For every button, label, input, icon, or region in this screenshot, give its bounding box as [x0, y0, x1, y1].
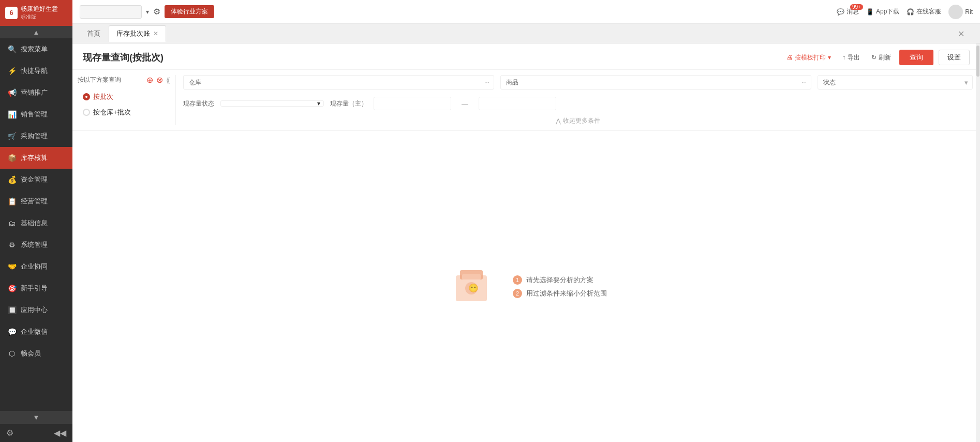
print-button[interactable]: 🖨 按模板打印 ▾	[783, 51, 834, 64]
sidebar-item-operations[interactable]: 📋 经营管理	[0, 190, 72, 212]
filter-option-batch-label: 按批次	[93, 92, 113, 101]
topbar-search-input[interactable]	[80, 5, 142, 19]
filter-area: 按以下方案查询 ⊕ ⊗ ⟪ 按批次 按仓库+批次	[72, 70, 980, 131]
filter-option-batch[interactable]: 按批次	[78, 89, 170, 105]
user-name: Rit	[965, 8, 973, 16]
goods-input[interactable]	[524, 76, 797, 89]
query-button[interactable]: 查询	[899, 50, 933, 65]
quick-nav-icon: ⚡	[7, 66, 17, 76]
wechat-icon: 💬	[7, 327, 17, 336]
refresh-label: 刷新	[879, 53, 891, 62]
sidebar-item-marketing[interactable]: 📢 营销推广	[0, 82, 72, 104]
svg-text:😶: 😶	[468, 283, 479, 293]
inventory-status-label: 现存量状态	[183, 99, 214, 108]
sidebar-item-enterprise[interactable]: 🤝 企业协同	[0, 256, 72, 277]
sidebar-nav: 🔍 搜索菜单 ⚡ 快捷导航 📢 营销推广 📊 销售管理 🛒 采购管理 📦 库存核…	[0, 38, 72, 411]
print-label: 按模板打印	[795, 53, 826, 62]
sidebar-item-finance[interactable]: 💰 资金管理	[0, 169, 72, 190]
collapse-more-conditions[interactable]: ⋀ 收起更多条件	[183, 112, 973, 125]
right-scrollbar[interactable]	[976, 43, 980, 442]
sidebar-item-label: 库存核算	[21, 153, 48, 163]
settings-gear-icon[interactable]: ⚙	[6, 428, 13, 438]
sidebar-bottom: ⚙ ◀◀	[0, 423, 72, 442]
settings-filter-icon[interactable]: ⊗	[156, 75, 163, 85]
inventory-status-select[interactable]: ▾	[220, 100, 324, 107]
sidebar: 6 畅康通好生意 标准版 ▲ 🔍 搜索菜单 ⚡ 快捷导航 📢 营销推广 📊 销售…	[0, 0, 72, 442]
sidebar-item-label: 企业协同	[21, 262, 48, 271]
export-button[interactable]: ↑ 导出	[839, 51, 863, 64]
filter-sidebar-icons: ⊕ ⊗ ⟪	[146, 75, 170, 85]
sidebar-item-member[interactable]: ⬡ 畅会员	[0, 343, 72, 364]
tab-close-icon[interactable]: ✕	[153, 30, 158, 37]
sidebar-item-search[interactable]: 🔍 搜索菜单	[0, 38, 72, 60]
filter-sidebar-header: 按以下方案查询 ⊕ ⊗ ⟪	[78, 75, 170, 85]
status-input[interactable]	[841, 76, 960, 89]
status-dropdown-icon[interactable]: ▾	[960, 79, 972, 86]
marketing-icon: 📢	[7, 88, 17, 97]
sidebar-item-system[interactable]: ⚙ 系统管理	[0, 234, 72, 256]
topbar-right: 💬 消息 99+ 📱 App下载 🎧 在线客服 Rit	[837, 5, 973, 19]
sidebar-item-label: 应用中心	[21, 305, 48, 315]
goods-more-icon[interactable]: ···	[797, 79, 811, 86]
filter-sidebar-title: 按以下方案查询	[78, 76, 121, 84]
refresh-button[interactable]: ↻ 刷新	[868, 51, 894, 64]
goods-filter-group: 商品 ···	[500, 75, 811, 90]
inventory-status-dropdown-icon: ▾	[317, 100, 320, 107]
app-download-group[interactable]: 📱 App下载	[866, 7, 899, 16]
hint-number-1: 1	[513, 275, 522, 285]
page-actions: 🖨 按模板打印 ▾ ↑ 导出 ↻ 刷新 查询 设置	[783, 50, 970, 65]
sales-icon: 📊	[7, 110, 17, 119]
radio-warehouse-batch	[83, 109, 90, 116]
warehouse-more-icon[interactable]: ···	[480, 79, 494, 86]
empty-state-icon-wrapper: 😶	[446, 260, 497, 313]
sidebar-item-inventory[interactable]: 📦 库存核算	[0, 147, 72, 169]
sidebar-item-basic[interactable]: 🗂 基础信息	[0, 212, 72, 234]
warehouse-input[interactable]	[206, 76, 480, 89]
tab-inventory-batch-label: 库存批次账	[116, 29, 150, 38]
sidebar-item-newbie[interactable]: 🎯 新手引导	[0, 277, 72, 299]
filter-option-warehouse-batch[interactable]: 按仓库+批次	[78, 105, 170, 120]
user-avatar	[948, 5, 963, 19]
app-edition: 标准版	[21, 13, 58, 21]
sidebar-item-app-center[interactable]: 🔲 应用中心	[0, 299, 72, 321]
online-service-group[interactable]: 🎧 在线客服	[907, 7, 941, 16]
topbar-gear-icon[interactable]: ⚙	[153, 7, 160, 17]
print-dropdown-icon[interactable]: ▾	[828, 54, 831, 61]
warehouse-filter-group: 仓库 ···	[183, 75, 494, 90]
search-nav-icon: 🔍	[7, 45, 17, 54]
tab-home[interactable]: 首页	[80, 25, 108, 42]
add-filter-icon[interactable]: ⊕	[146, 75, 153, 85]
empty-state-content: 1 请先选择要分析的方案 2 用过滤条件来缩小分析范围	[513, 275, 607, 298]
sidebar-item-label: 搜索菜单	[21, 45, 48, 54]
sidebar-scroll-down[interactable]: ▼	[0, 411, 72, 423]
sidebar-item-label: 基础信息	[21, 218, 48, 228]
settings-button[interactable]: 设置	[939, 50, 970, 65]
filter-row-2: 现存量状态 ▾ 现存量（主） —	[183, 95, 973, 112]
svg-rect-2	[462, 274, 481, 279]
sidebar-item-sales[interactable]: 📊 销售管理	[0, 104, 72, 125]
sidebar-item-quick-nav[interactable]: ⚡ 快捷导航	[0, 60, 72, 82]
system-icon: ⚙	[7, 240, 17, 249]
sidebar-item-wechat[interactable]: 💬 企业微信	[0, 321, 72, 343]
tabbar-close-button[interactable]: ✕	[958, 29, 964, 39]
inventory-icon: 📦	[7, 153, 17, 163]
sidebar-scroll-up[interactable]: ▲	[0, 26, 72, 38]
collapse-filter-icon[interactable]: ⟪	[166, 76, 170, 84]
topbar-dropdown-icon[interactable]: ▾	[146, 8, 149, 16]
sidebar-item-label: 营销推广	[21, 88, 48, 97]
warehouse-label: 仓库	[184, 78, 206, 87]
user-group[interactable]: Rit	[948, 5, 973, 19]
main-quantity-to-input[interactable]	[479, 97, 556, 110]
tab-inventory-batch[interactable]: 库存批次账 ✕	[109, 25, 166, 42]
message-group[interactable]: 💬 消息 99+	[837, 7, 859, 16]
sidebar-item-label: 采购管理	[21, 131, 48, 141]
sidebar-collapse-icon[interactable]: ◀◀	[54, 428, 66, 438]
app-center-icon: 🔲	[7, 305, 17, 315]
experience-button[interactable]: 体验行业方案	[165, 5, 214, 18]
scrollbar-thumb	[976, 46, 979, 77]
quantity-dash: —	[457, 100, 472, 108]
app-logo: 6	[5, 7, 18, 19]
sidebar-item-purchase[interactable]: 🛒 采购管理	[0, 125, 72, 147]
refresh-icon: ↻	[871, 54, 877, 61]
main-quantity-from-input[interactable]	[374, 97, 451, 110]
